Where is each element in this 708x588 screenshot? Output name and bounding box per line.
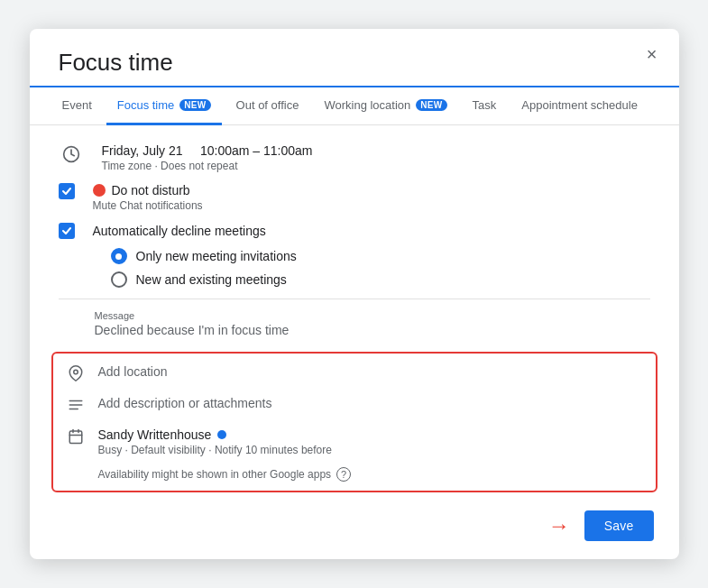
footer: → Save — [30, 500, 679, 541]
svg-rect-5 — [69, 431, 82, 444]
location-icon — [66, 365, 86, 381]
description-row: Add description or attachments — [53, 389, 656, 420]
message-text: Declined because I'm in focus time — [95, 323, 650, 337]
tab-focus-time[interactable]: Focus time NEW — [106, 87, 222, 125]
timezone-repeat: Time zone · Does not repeat — [102, 160, 650, 172]
availability-row: Availability might be shown in other Goo… — [53, 464, 656, 487]
radio-new-existing-circle — [111, 271, 127, 288]
tab-appointment-schedule[interactable]: Appointment schedule — [510, 87, 648, 125]
datetime-row: Friday, July 21 10:00am – 11:00am Time z… — [30, 138, 679, 178]
focus-time-badge: NEW — [179, 99, 210, 111]
calendar-details: Busy · Default visibility · Notify 10 mi… — [98, 444, 332, 456]
availability-text: Availability might be shown in other Goo… — [98, 468, 332, 481]
description-input[interactable]: Add description or attachments — [98, 396, 272, 410]
blue-dot-icon — [217, 430, 226, 439]
tab-working-location[interactable]: Working location NEW — [313, 87, 457, 125]
calendar-owner: Sandy Writtenhouse — [98, 427, 332, 442]
calendar-row: Sandy Writtenhouse Busy · Default visibi… — [53, 420, 656, 464]
dialog-title: Focus time — [30, 29, 679, 87]
radio-only-new-circle — [111, 248, 127, 264]
dialog: × Focus time Event Focus time NEW Out of… — [30, 29, 679, 559]
tab-event[interactable]: Event — [51, 87, 103, 125]
message-section: Message Declined because I'm in focus ti… — [30, 307, 679, 345]
location-input[interactable]: Add location — [98, 364, 168, 379]
auto-decline-checkbox[interactable] — [59, 223, 75, 239]
location-row: Add location — [53, 357, 656, 389]
save-button[interactable]: Save — [584, 510, 654, 541]
dnd-section: Do not disturb Mute Chat notifications — [30, 178, 679, 217]
arrow-icon: → — [548, 513, 570, 538]
radio-only-new[interactable]: Only new meeting invitations — [111, 248, 650, 264]
auto-decline-label: Automatically decline meetings — [93, 224, 266, 238]
working-location-badge: NEW — [416, 99, 446, 111]
clock-icon — [59, 145, 84, 163]
calendar-icon — [66, 428, 86, 445]
description-icon — [66, 397, 86, 413]
highlighted-fields: Add location Add description or attachme… — [51, 352, 657, 492]
svg-point-1 — [73, 370, 78, 374]
dnd-title: Do not disturb — [93, 183, 203, 198]
help-icon[interactable]: ? — [336, 467, 351, 482]
auto-decline-section: Automatically decline meetings — [30, 217, 679, 244]
dnd-subtitle: Mute Chat notifications — [93, 199, 203, 212]
tab-task[interactable]: Task — [462, 87, 508, 125]
date-time-display: Friday, July 21 10:00am – 11:00am — [102, 143, 650, 158]
meeting-decline-options: Only new meeting invitations New and exi… — [30, 244, 679, 291]
message-label: Message — [95, 310, 650, 321]
dnd-checkbox[interactable] — [59, 183, 75, 199]
close-button[interactable]: × — [638, 40, 667, 69]
red-dot-icon — [93, 184, 106, 197]
tabs-bar: Event Focus time NEW Out of office Worki… — [30, 87, 679, 125]
dialog-content: Friday, July 21 10:00am – 11:00am Time z… — [30, 125, 679, 541]
section-divider — [59, 299, 650, 299]
radio-new-existing[interactable]: New and existing meetings — [111, 271, 650, 288]
tab-out-of-office[interactable]: Out of office — [225, 87, 310, 125]
